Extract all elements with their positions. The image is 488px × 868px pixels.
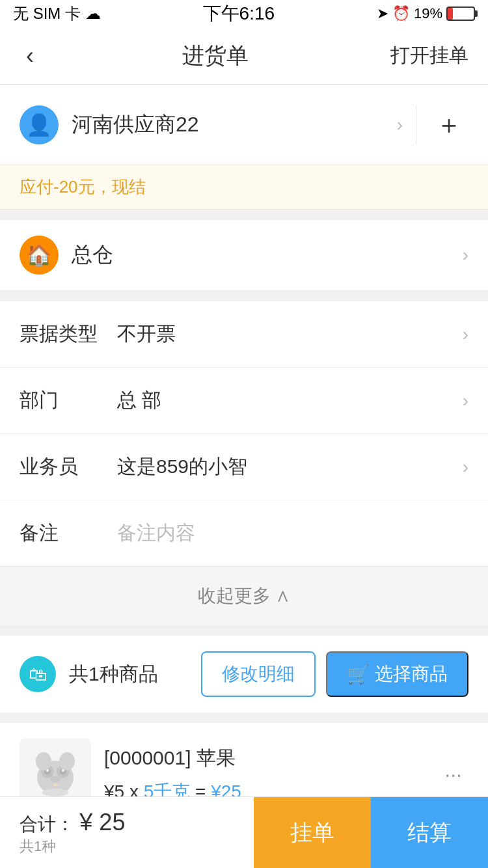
person-icon: 👤 xyxy=(26,113,52,137)
department-value: 总 部 xyxy=(117,387,463,414)
department-label: 部门 xyxy=(20,387,117,414)
product-name: [0000001] 苹果 xyxy=(104,745,438,772)
remark-value: 备注内容 xyxy=(117,520,468,547)
back-button[interactable]: ‹ xyxy=(20,36,40,76)
supplier-name: 河南供应商22 xyxy=(72,111,397,139)
warehouse-section[interactable]: 🏠 总仓 › xyxy=(0,220,488,290)
notice-bar: 应付-20元，现结 xyxy=(0,165,488,210)
invoice-label: 票据类型 xyxy=(20,321,117,347)
select-product-icon: 🛒 xyxy=(347,664,370,685)
chevron-right-icon: › xyxy=(397,115,403,135)
invoice-row[interactable]: 票据类型 不开票 › xyxy=(0,301,488,367)
total-amount: ¥ 25 xyxy=(79,809,125,835)
total-section: 合计： ¥ 25 共1种 xyxy=(0,797,254,868)
hang-button[interactable]: 挂单 xyxy=(254,797,371,868)
page-title: 进货单 xyxy=(182,41,249,71)
supplier-avatar: 👤 xyxy=(20,105,59,144)
status-bar: 无 SIM 卡 ☁ 下午6:16 ➤ ⏰ 19% xyxy=(0,0,488,27)
select-product-label: 选择商品 xyxy=(375,662,448,686)
total-count: 共1种 xyxy=(20,837,234,856)
remark-row[interactable]: 备注 备注内容 xyxy=(0,500,488,566)
products-icon: 🛍 xyxy=(29,664,47,685)
products-header: 🛍 共1种商品 修改明细 🛒 选择商品 xyxy=(0,636,488,712)
select-product-button[interactable]: 🛒 选择商品 xyxy=(326,651,468,697)
vertical-divider xyxy=(416,105,416,144)
open-hang-button[interactable]: 打开挂单 xyxy=(390,42,468,69)
total-label: 合计： xyxy=(20,814,74,834)
owl-logo-icon xyxy=(29,748,81,800)
checkout-button[interactable]: 结算 xyxy=(371,797,488,868)
chevron-right-icon: › xyxy=(463,245,468,265)
sim-label: 无 SIM 卡 ☁ xyxy=(13,3,101,24)
products-count: 共1种商品 xyxy=(69,661,201,688)
invoice-value: 不开票 xyxy=(117,321,463,347)
product-more-button[interactable]: ··· xyxy=(438,756,468,793)
svg-point-10 xyxy=(59,752,75,770)
svg-point-7 xyxy=(50,776,61,783)
warehouse-name: 总仓 xyxy=(72,241,463,269)
warehouse-icon: 🏠 xyxy=(26,243,52,267)
salesperson-row[interactable]: 业务员 这是859的小智 › xyxy=(0,433,488,500)
alarm-icon: ⏰ xyxy=(392,5,410,22)
chevron-right-icon: › xyxy=(463,457,468,478)
product-info: [0000001] 苹果 ¥5 x 5千克 = ¥25 xyxy=(104,745,438,804)
chevron-right-icon: › xyxy=(463,324,468,345)
add-button[interactable]: ＋ xyxy=(429,100,468,149)
warehouse-icon-wrap: 🏠 xyxy=(20,236,59,275)
collapse-button[interactable]: 收起更多 ∧ xyxy=(0,566,488,625)
form-section: 票据类型 不开票 › 部门 总 部 › 业务员 这是859的小智 › 备注 备注… xyxy=(0,301,488,625)
total-row: 合计： ¥ 25 xyxy=(20,809,234,837)
salesperson-label: 业务员 xyxy=(20,454,117,480)
edit-detail-button[interactable]: 修改明细 xyxy=(201,651,316,697)
status-left: 无 SIM 卡 ☁ xyxy=(13,3,101,24)
content: 👤 河南供应商22 › ＋ 应付-20元，现结 🏠 总仓 › 票据类型 不开票 … xyxy=(0,85,488,868)
salesperson-value: 这是859的小智 xyxy=(117,454,463,480)
products-icon-wrap: 🛍 xyxy=(20,656,56,692)
remark-label: 备注 xyxy=(20,520,117,547)
supplier-section: 👤 河南供应商22 › ＋ 应付-20元，现结 xyxy=(0,85,488,210)
battery-percent: 19% xyxy=(414,5,442,22)
chevron-right-icon: › xyxy=(463,390,468,411)
battery-icon xyxy=(446,7,475,21)
location-icon: ➤ xyxy=(377,5,388,22)
svg-point-9 xyxy=(36,752,51,770)
nav-bar: ‹ 进货单 打开挂单 xyxy=(0,27,488,85)
supplier-row[interactable]: 👤 河南供应商22 › ＋ xyxy=(0,85,488,165)
department-row[interactable]: 部门 总 部 › xyxy=(0,367,488,433)
svg-point-11 xyxy=(42,789,68,796)
status-right: ➤ ⏰ 19% xyxy=(377,5,475,22)
status-time: 下午6:16 xyxy=(203,1,275,26)
bottom-bar: 合计： ¥ 25 共1种 挂单 结算 xyxy=(0,796,488,868)
